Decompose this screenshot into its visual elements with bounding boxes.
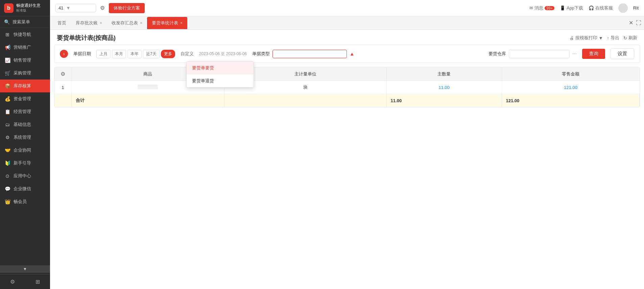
sidebar-item-guide[interactable]: 🔰 新手引导 [0, 157, 50, 170]
dropdown-item-require-goods[interactable]: 要货单要货 [187, 62, 254, 74]
sidebar-item-label: 新手引导 [14, 160, 46, 166]
topbar-left: 41 ▼ ⚙ 体验行业方案 [55, 3, 529, 13]
print-label: 按模板打印 [575, 35, 597, 41]
search-menu[interactable]: 🔍 搜索菜单 [0, 16, 50, 28]
tabbar-close-icon[interactable]: ✕ [629, 20, 633, 26]
date-btn-this-month[interactable]: 本月 [112, 50, 126, 58]
type-input[interactable] [272, 50, 347, 58]
sidebar-item-label: 库存核算 [14, 83, 46, 89]
sidebar-item-label: 系统管理 [14, 134, 46, 140]
filter-settings-btn[interactable]: 设置 [611, 48, 634, 59]
sidebar-item-label: 畅会员 [14, 199, 46, 205]
settings-btn[interactable]: ⚙ [7, 277, 18, 286]
th-unit-label: 主计量单位 [294, 71, 316, 76]
sidebar-item-marketing[interactable]: 📢 营销推广 [0, 41, 50, 54]
tab-inventory-batch-close[interactable]: × [100, 21, 102, 25]
warehouse-filter: 要货仓库 ··· [488, 50, 577, 58]
refresh-label: 刷新 [628, 35, 637, 41]
sidebar-item-appstore[interactable]: ⊙ 应用中心 [0, 170, 50, 182]
settings-gear-icon[interactable]: ⚙ [100, 5, 105, 11]
app-download-btn[interactable]: 📱 App下载 [560, 5, 583, 11]
member-icon: 👑 [4, 199, 11, 204]
service-label: 在线客服 [595, 5, 613, 11]
type-arrow-icon[interactable]: ▲ [350, 51, 354, 57]
table-row: 1 块 11.00 121.00 [54, 81, 640, 94]
date-btn-more[interactable]: 更多 [161, 50, 175, 58]
export-icon: ↑ [607, 36, 610, 41]
th-settings[interactable]: ⚙ [54, 67, 71, 81]
page-title: 要货单统计表(按商品) [57, 34, 116, 42]
sidebar-item-label: 营销推广 [14, 44, 46, 50]
dropdown-item-return-goods[interactable]: 要货单退货 [187, 74, 254, 87]
product-placeholder [138, 85, 158, 89]
export-btn[interactable]: ↑ 导出 [607, 35, 620, 41]
date-btn-this-year[interactable]: 本年 [127, 50, 142, 58]
td-quantity[interactable]: 11.00 [386, 81, 502, 94]
dropdown-arrow-icon: ▼ [66, 5, 70, 10]
th-amount-label: 零售金额 [562, 71, 579, 76]
date-filter-label: 单据日期 [73, 51, 91, 57]
sidebar-item-inventory[interactable]: 📦 库存核算 [0, 80, 50, 92]
store-selector[interactable]: 41 ▼ [55, 4, 96, 12]
tab-receipt-summary-close[interactable]: × [140, 21, 142, 25]
tab-order-stats-label: 要货单统计表 [152, 20, 178, 26]
page-header: 要货单统计表(按商品) 🖨 按模板打印 ▼ ↑ 导出 ↻ 刷新 [50, 30, 644, 45]
tab-receipt-summary[interactable]: 收发存汇总表 × [107, 17, 147, 29]
service-btn[interactable]: 🎧 在线客服 [589, 5, 613, 11]
th-product-label: 商品 [143, 71, 152, 76]
tabbar-expand-icon[interactable]: ⛶ [636, 20, 641, 26]
topbar-right: ✉ 消息 99+ 📱 App下载 🎧 在线客服 Rit [529, 3, 639, 13]
sidebar-item-operation[interactable]: 📋 经营管理 [0, 105, 50, 118]
summary-quantity: 11.00 [386, 94, 502, 107]
type-filter: 单据类型 ▲ [252, 50, 354, 58]
column-settings-icon[interactable]: ⚙ [61, 71, 65, 77]
sidebar-scroll-down[interactable]: ▼ [0, 265, 50, 273]
avatar[interactable] [618, 3, 628, 13]
sidebar-item-basic[interactable]: 🗂 基础信息 [0, 118, 50, 131]
tab-order-stats-close[interactable]: × [180, 21, 183, 25]
date-btn-last-month[interactable]: 上月 [96, 50, 111, 58]
quick-nav-icon: ⊞ [4, 32, 11, 37]
th-quantity: 主数量 [386, 67, 502, 81]
sales-icon: 📈 [4, 58, 11, 63]
date-btn-last-7-days[interactable]: 近7天 [143, 50, 160, 58]
warehouse-input[interactable] [509, 50, 570, 58]
filter-bar: › 单据日期 上月 本月 本年 近7天 更多 自定义 2023-05-06 至 … [54, 45, 640, 63]
content-area: 要货单统计表(按商品) 🖨 按模板打印 ▼ ↑ 导出 ↻ 刷新 [50, 30, 644, 289]
enterprise-icon: 🤝 [4, 148, 11, 153]
app-label: App下载 [567, 5, 583, 11]
sidebar-item-system[interactable]: ⚙ 系统管理 [0, 131, 50, 144]
print-btn[interactable]: 🖨 按模板打印 ▼ [570, 35, 603, 41]
sidebar-item-member[interactable]: 👑 畅会员 [0, 195, 50, 208]
industry-btn[interactable]: 体验行业方案 [109, 3, 145, 13]
page-actions: 🖨 按模板打印 ▼ ↑ 导出 ↻ 刷新 [570, 35, 637, 41]
sidebar-item-enterprise[interactable]: 🤝 企业协同 [0, 144, 50, 157]
date-buttons: 上月 本月 本年 近7天 更多 [96, 50, 175, 58]
tab-order-stats[interactable]: 要货单统计表 × [147, 17, 187, 29]
sidebar-item-label: 基础信息 [14, 121, 46, 128]
filter-expand-btn[interactable]: › [60, 50, 68, 58]
date-custom-btn[interactable]: 自定义 [181, 51, 194, 57]
search-icon: 🔍 [4, 19, 10, 25]
message-btn[interactable]: ✉ 消息 99+ [529, 5, 554, 11]
filter-row: › 单据日期 上月 本月 本年 近7天 更多 自定义 2023-05-06 至 … [60, 48, 634, 59]
finance-icon: 💰 [4, 96, 11, 102]
tab-inventory-batch[interactable]: 库存批次账 × [71, 17, 107, 29]
refresh-btn[interactable]: ↻ 刷新 [623, 35, 637, 41]
collapse-btn[interactable]: ⊞ [33, 277, 43, 286]
inventory-icon: 📦 [4, 83, 11, 89]
guide-icon: 🔰 [4, 160, 11, 166]
sidebar-item-finance[interactable]: 💰 资金管理 [0, 92, 50, 105]
tab-home[interactable]: 首页 [53, 17, 71, 29]
sidebar-item-wechat[interactable]: 💬 企业微信 [0, 182, 50, 195]
message-badge: 99+ [545, 6, 554, 10]
sidebar-item-purchase[interactable]: 🛒 采购管理 [0, 67, 50, 80]
sidebar-bottom: ⚙ ⊞ [0, 274, 50, 289]
message-icon: ✉ [529, 5, 533, 10]
sidebar-item-sales[interactable]: 📈 销售管理 [0, 54, 50, 67]
query-btn[interactable]: 查询 [582, 49, 605, 59]
td-amount[interactable]: 121.00 [502, 81, 640, 94]
appstore-icon: ⊙ [4, 173, 11, 179]
more-options-icon[interactable]: ··· [572, 51, 577, 57]
sidebar-item-quick-nav[interactable]: ⊞ 快捷导航 [0, 28, 50, 41]
